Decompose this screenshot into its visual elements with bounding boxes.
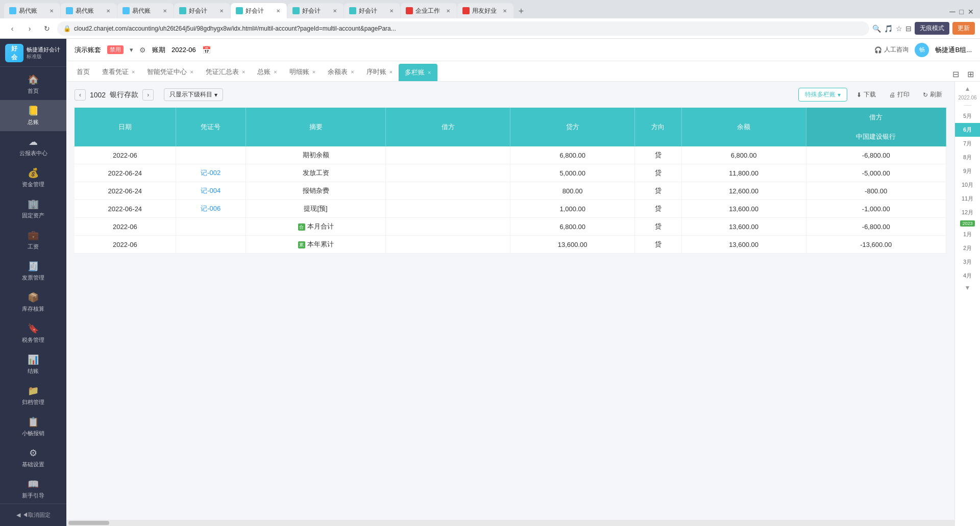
- tab-6-close[interactable]: ✕: [331, 7, 338, 14]
- row3-voucher[interactable]: 记-004: [176, 182, 246, 200]
- consult-button[interactable]: 🎧 人工咨询: [874, 45, 909, 54]
- horizontal-scrollbar[interactable]: [66, 520, 954, 526]
- calendar-month-2022-09[interactable]: 9月: [955, 164, 980, 178]
- sidebar-item-tax[interactable]: 🔖 税务管理: [0, 318, 66, 349]
- page-tab-journal[interactable]: 序时账 ×: [360, 64, 399, 81]
- browser-tab-7[interactable]: 好会计 ✕: [344, 3, 400, 18]
- page-tab-detail-ledger[interactable]: 明细账 ×: [283, 64, 322, 81]
- voucher-link-002[interactable]: 记-002: [201, 169, 220, 177]
- sidebar-item-settings[interactable]: ⚙ 基础设置: [0, 442, 66, 473]
- account-next-button[interactable]: ›: [142, 89, 154, 101]
- page-tab-multi-col-close[interactable]: ×: [428, 69, 431, 76]
- download-button[interactable]: ⬇ 下载: [852, 88, 880, 101]
- voucher-link-006[interactable]: 记-006: [201, 205, 220, 212]
- sidebar-item-expense[interactable]: 📋 小畅报销: [0, 411, 66, 442]
- browser-tab-6[interactable]: 好会计 ✕: [287, 3, 344, 18]
- print-button[interactable]: 🖨 打印: [885, 88, 914, 101]
- calendar-month-2022-11[interactable]: 11月: [955, 192, 980, 206]
- tab-5-close[interactable]: ✕: [275, 7, 282, 14]
- sidebar-item-archive[interactable]: 📁 归档管理: [0, 380, 66, 411]
- browser-tab-2[interactable]: 易代账 ✕: [61, 3, 117, 18]
- reload-button[interactable]: ↻: [40, 21, 54, 36]
- calendar-month-2023-04[interactable]: 4月: [955, 269, 980, 283]
- back-button[interactable]: ‹: [5, 21, 19, 36]
- pin-sidebar-button[interactable]: ◀ ◀取消固定: [4, 508, 62, 522]
- maximize-button[interactable]: □: [960, 8, 964, 16]
- calendar-scroll-up[interactable]: ▲: [960, 84, 975, 94]
- new-tab-button[interactable]: +: [514, 4, 528, 18]
- tab-9-close[interactable]: ✕: [501, 7, 508, 14]
- page-tab-home[interactable]: 首页: [70, 64, 96, 81]
- collapse-tab-button[interactable]: ⊟: [950, 67, 961, 81]
- incognito-button[interactable]: 无痕模式: [915, 22, 949, 35]
- calendar-month-2022-05[interactable]: 5月: [955, 109, 980, 123]
- calendar-month-2023-02[interactable]: 2月: [955, 241, 980, 255]
- tab-2-close[interactable]: ✕: [105, 7, 112, 14]
- sidebar-item-inventory[interactable]: 📦 库存核算: [0, 287, 66, 318]
- demo-badge-dropdown[interactable]: ▾: [130, 46, 133, 54]
- browser-tab-4[interactable]: 好会计 ✕: [174, 3, 230, 18]
- page-tab-smart-voucher-close[interactable]: ×: [190, 69, 193, 75]
- close-window-button[interactable]: ✕: [968, 8, 974, 16]
- page-tab-voucher-close[interactable]: ×: [132, 69, 135, 75]
- tab-3-close[interactable]: ✕: [161, 7, 168, 14]
- address-bar[interactable]: 🔒 cloud2.chanjet.com/accounting/uh26t264…: [57, 21, 869, 36]
- bookmark-icon[interactable]: ☆: [896, 24, 902, 33]
- calendar-icon[interactable]: 📅: [202, 46, 211, 54]
- browser-tab-3[interactable]: 易代账 ✕: [117, 3, 174, 18]
- page-tab-journal-close[interactable]: ×: [389, 69, 393, 75]
- calendar-month-2022-07[interactable]: 7月: [955, 137, 980, 151]
- expand-tab-button[interactable]: ⊞: [965, 67, 976, 81]
- sidebar-item-assets[interactable]: 🏢 固定资产: [0, 193, 66, 224]
- page-tab-voucher[interactable]: 查看凭证 ×: [96, 64, 141, 81]
- sidebar-inventory-label: 库存核算: [22, 305, 44, 313]
- page-tab-voucher-summary[interactable]: 凭证汇总表 ×: [200, 64, 251, 81]
- browser-tab-9[interactable]: 用友好业 ✕: [457, 3, 513, 18]
- sidebar-item-finance[interactable]: 💰 资金管理: [0, 162, 66, 193]
- calendar-scroll-down[interactable]: ▼: [960, 283, 975, 293]
- page-tab-voucher-summary-close[interactable]: ×: [242, 69, 245, 75]
- refresh-button[interactable]: ↻ 刷新: [919, 88, 946, 101]
- sidebar-item-invoice[interactable]: 🧾 发票管理: [0, 256, 66, 287]
- sidebar-item-ledger[interactable]: 📒 总账: [0, 100, 66, 131]
- sidebar-item-guide[interactable]: 📖 新手引导: [0, 473, 66, 504]
- scrollbar-thumb[interactable]: [68, 521, 109, 525]
- page-tab-multi-col[interactable]: 多栏账 ×: [399, 64, 437, 81]
- sidebar-item-home[interactable]: 🏠 首页: [0, 69, 66, 100]
- minimize-button[interactable]: ─: [949, 7, 955, 16]
- calendar-month-2022-12[interactable]: 12月: [955, 206, 980, 219]
- sidebar-item-cloud-report[interactable]: ☁ 云报表中心: [0, 131, 66, 162]
- calendar-month-2022-10[interactable]: 10月: [955, 178, 980, 192]
- page-tab-general-ledger-close[interactable]: ×: [274, 69, 277, 75]
- update-button[interactable]: 更新: [952, 22, 975, 35]
- tab-4-close[interactable]: ✕: [218, 7, 225, 14]
- sidebar-toggle-icon[interactable]: ⊟: [905, 24, 912, 33]
- calendar-month-2022-06[interactable]: 6月: [955, 123, 980, 137]
- page-tab-general-ledger[interactable]: 总账 ×: [251, 64, 283, 81]
- forward-button[interactable]: ›: [22, 21, 37, 36]
- tab-7-close[interactable]: ✕: [388, 7, 395, 14]
- sub-account-toggle[interactable]: 只显示下级科目 ▾: [164, 88, 223, 101]
- browser-tab-1[interactable]: 易代账 ✕: [4, 3, 60, 18]
- browser-tab-5[interactable]: 好会计 ✕: [231, 3, 287, 18]
- voucher-link-004[interactable]: 记-004: [201, 187, 220, 194]
- multi-col-button[interactable]: 特殊多栏账 ▾: [798, 88, 847, 102]
- row2-voucher[interactable]: 记-002: [176, 164, 246, 182]
- page-tab-balance-close[interactable]: ×: [351, 69, 354, 75]
- browser-tab-8[interactable]: 企业工作 ✕: [401, 3, 457, 18]
- tab-8-close[interactable]: ✕: [445, 7, 452, 14]
- tab-1-close[interactable]: ✕: [48, 7, 55, 14]
- settings-gear-icon[interactable]: ⚙: [139, 46, 146, 54]
- account-prev-button[interactable]: ‹: [75, 89, 86, 101]
- calendar-month-2022-08[interactable]: 8月: [955, 151, 980, 164]
- page-tab-smart-voucher[interactable]: 智能凭证中心 ×: [141, 64, 199, 81]
- row4-voucher[interactable]: 记-006: [176, 200, 246, 218]
- media-icon[interactable]: 🎵: [884, 24, 893, 33]
- sidebar-item-close-account[interactable]: 📊 结账: [0, 349, 66, 380]
- page-tab-detail-ledger-close[interactable]: ×: [312, 69, 315, 75]
- calendar-month-2023-01[interactable]: 1月: [955, 228, 980, 241]
- page-tab-balance[interactable]: 余额表 ×: [322, 64, 360, 81]
- search-icon[interactable]: 🔍: [872, 24, 881, 33]
- calendar-month-2023-03[interactable]: 3月: [955, 255, 980, 269]
- sidebar-item-payroll[interactable]: 💼 工资: [0, 224, 66, 256]
